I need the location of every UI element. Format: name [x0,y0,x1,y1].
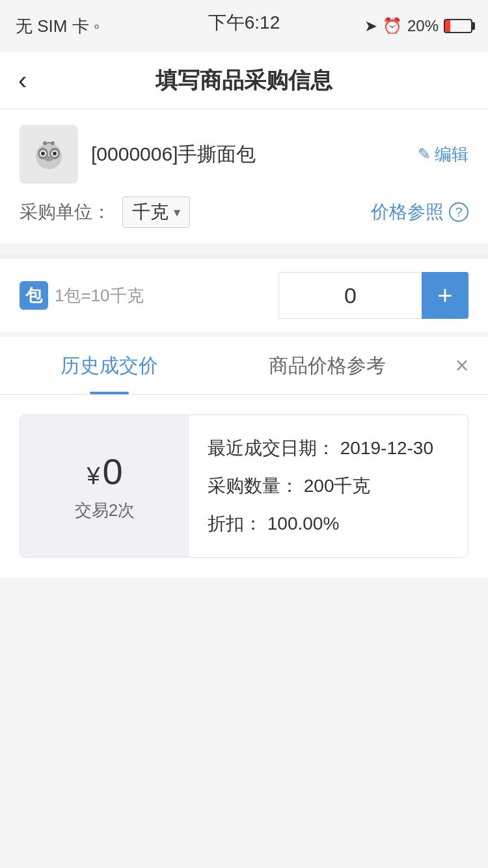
unit-conversion: 1包=10千克 [55,284,144,307]
price-ref-help-icon: ? [449,202,468,222]
back-button[interactable]: ‹ [18,66,27,95]
unit-selector[interactable]: 千克 ▾ [122,197,190,228]
tab-product-price-ref[interactable]: 商品价格参考 [218,337,436,394]
svg-point-8 [43,141,47,145]
quantity-plus-button[interactable]: + [422,272,468,319]
quantity-section: 包 1包=10千克 + [0,259,488,332]
page-title: 填写商品采购信息 [156,66,332,96]
unit-label: 采购单位： [20,202,111,222]
tabs-close-button[interactable]: × [436,337,488,394]
location-icon: ➤ [364,17,377,35]
currency-symbol: ¥ [87,463,100,490]
quantity-input-wrap: + [278,272,468,319]
price-card: ¥ 0 交易2次 最近成交日期： 2019-12-30 采购数量： 200千克 … [20,414,468,558]
product-thumbnail [26,131,72,177]
nav-bar: ‹ 填写商品采购信息 [0,52,488,109]
price-card-left: ¥ 0 交易2次 [20,415,189,557]
chevron-down-icon: ▾ [174,204,180,220]
status-signal: 无 SIM 卡 ◦ [16,15,100,38]
product-section: [0000006]手撕面包 ✎ 编辑 采购单位： 千克 ▾ 价格参照 ? [0,109,488,243]
product-unit-row: 采购单位： 千克 ▾ 价格参照 ? [20,197,468,228]
status-bar: 无 SIM 卡 ◦ 下午6:12 ➤ ⏰ 20% [0,0,488,52]
svg-point-7 [45,156,53,161]
unit-area: 采购单位： 千克 ▾ [20,197,190,228]
edit-button[interactable]: ✎ 编辑 [418,143,468,166]
quantity-unit: 包 1包=10千克 [20,281,144,310]
price-transactions: 交易2次 [75,499,135,522]
tabs-section: 历史成交价 商品价格参考 × ¥ 0 交易2次 最近成交日期： 2019-12-… [0,337,488,577]
alarm-icon: ⏰ [383,17,402,35]
purchase-quantity-row: 采购数量： 200千克 [208,472,450,500]
svg-point-5 [41,152,45,156]
product-header: [0000006]手撕面包 ✎ 编辑 [20,125,468,183]
product-image [20,125,78,183]
battery-percent: 20% [407,17,439,35]
tabs-header: 历史成交价 商品价格参考 × [0,337,488,395]
status-right: ➤ ⏰ 20% [364,17,472,35]
svg-point-6 [53,152,57,156]
tab-history-price[interactable]: 历史成交价 [0,337,218,394]
product-name: [0000006]手撕面包 [91,141,256,168]
quantity-input[interactable] [278,272,422,319]
discount-row: 折扣： 100.00% [208,510,450,537]
edit-icon: ✎ [418,145,431,163]
battery-icon [444,19,472,33]
section-separator [0,254,488,259]
history-price-content: ¥ 0 交易2次 最近成交日期： 2019-12-30 采购数量： 200千克 … [0,395,488,577]
price-card-right: 最近成交日期： 2019-12-30 采购数量： 200千克 折扣： 100.0… [189,415,468,557]
status-time: 下午6:12 [208,10,280,35]
recent-date-row: 最近成交日期： 2019-12-30 [208,435,450,462]
product-info: [0000006]手撕面包 [20,125,418,183]
unit-box-icon: 包 [20,281,48,310]
svg-point-9 [51,141,55,145]
price-amount: ¥ 0 [87,450,122,493]
price-ref-button[interactable]: 价格参照 ? [371,200,468,224]
